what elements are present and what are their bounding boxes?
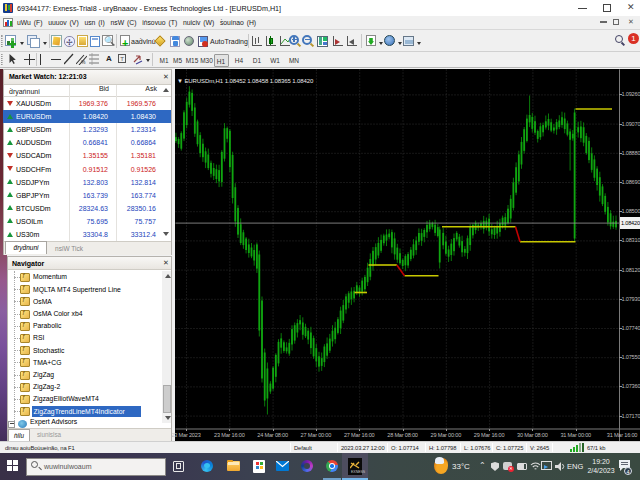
svg-text:%: % (81, 59, 86, 65)
